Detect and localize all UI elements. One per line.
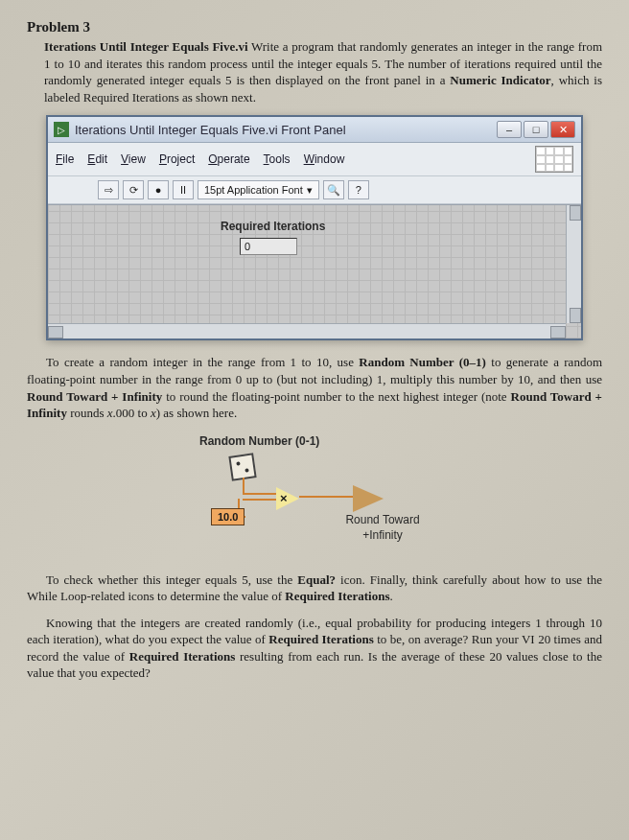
front-panel-canvas[interactable]: Required Iterations 0 — [48, 204, 581, 338]
menu-view[interactable]: View — [121, 152, 146, 167]
pause-button[interactable]: II — [173, 180, 194, 199]
menu-file[interactable]: File — [56, 152, 74, 167]
window-buttons: – □ ✕ — [497, 121, 575, 138]
toolbar: ⇨ ⟳ ● II 15pt Application Font▾ 🔍 ? — [48, 176, 581, 204]
round-icon — [353, 485, 384, 512]
text: ) as shown here. — [156, 406, 237, 420]
numeric-indicator: 0 — [240, 238, 297, 255]
problem-statement: Iterations Until Integer Equals Five.vi … — [44, 38, 602, 105]
req-iter-term3: Required Iterations — [129, 649, 236, 664]
equal-term: Equal? — [297, 572, 336, 587]
numeric-indicator-term: Numeric Indicator — [450, 73, 550, 87]
horizontal-scrollbar[interactable] — [48, 323, 566, 338]
window-title: Iterations Until Integer Equals Five.vi … — [75, 122, 491, 139]
constant-ten: 10.0 — [211, 508, 245, 526]
text: To create a random integer in the range … — [46, 355, 359, 369]
req-iter-term2: Required Iterations — [268, 632, 373, 646]
problem-title: Problem 3 — [27, 17, 602, 36]
text: rounds — [67, 406, 107, 420]
block-diagram: Random Number (0-1) 10.0 Round Toward+In… — [151, 433, 478, 558]
multiply-icon — [276, 487, 299, 510]
text: To check whether this integer equals 5, … — [46, 572, 297, 587]
abort-button[interactable]: ● — [148, 180, 169, 199]
round-toward-term: Round Toward + Infinity — [27, 389, 162, 404]
search-button[interactable]: 🔍 — [323, 180, 344, 199]
vi-name: Iterations Until Integer Equals Five.vi — [44, 39, 248, 54]
run-button[interactable]: ⇨ — [98, 180, 119, 199]
menu-edit[interactable]: Edit — [87, 152, 107, 167]
random-number-term: Random Number (0–1) — [359, 355, 486, 369]
menu-window[interactable]: Window — [304, 152, 345, 167]
help-button[interactable]: ? — [348, 180, 369, 199]
equal-paragraph: To check whether this integer equals 5, … — [27, 572, 602, 605]
menubar: File Edit View Project Operate Tools Win… — [48, 143, 581, 176]
minimize-button[interactable]: – — [497, 121, 522, 138]
round-label: Round Toward+Infinity — [330, 512, 435, 543]
menu-operate[interactable]: Operate — [208, 152, 249, 167]
text: .000 to — [113, 406, 151, 420]
grid-icon[interactable] — [535, 146, 573, 173]
wire — [299, 496, 355, 498]
wire — [243, 493, 279, 495]
maximize-button[interactable]: □ — [524, 121, 548, 138]
indicator-label: Required Iterations — [221, 219, 325, 234]
text: . — [389, 589, 392, 603]
close-button[interactable]: ✕ — [550, 121, 575, 138]
text: to round the floating-point number to th… — [162, 389, 510, 404]
instructions-paragraph: To create a random integer in the range … — [27, 354, 602, 421]
vertical-scrollbar[interactable] — [566, 205, 581, 323]
run-continuous-button[interactable]: ⟳ — [123, 180, 144, 199]
menu-tools[interactable]: Tools — [264, 152, 291, 167]
font-selector[interactable]: 15pt Application Font▾ — [198, 180, 319, 199]
random-number-label: Random Number (0-1) — [199, 433, 319, 449]
menu-project[interactable]: Project — [159, 152, 195, 167]
wire — [243, 499, 279, 501]
expectation-paragraph: Knowing that the integers are created ra… — [27, 615, 602, 682]
app-icon: ▷ — [54, 122, 69, 137]
req-iter-term: Required Iterations — [285, 589, 389, 603]
window-titlebar: ▷ Iterations Until Integer Equals Five.v… — [48, 117, 581, 143]
labview-window: ▷ Iterations Until Integer Equals Five.v… — [46, 115, 583, 340]
